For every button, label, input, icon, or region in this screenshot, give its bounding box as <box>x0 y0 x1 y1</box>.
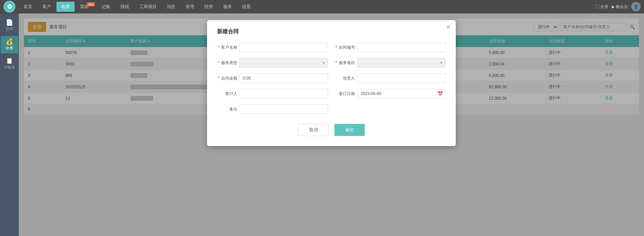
sidebar-label-contract: 合同 <box>6 27 13 32</box>
input-signer[interactable] <box>239 89 328 98</box>
form-row-3: * 合同金额 负责人 <box>217 74 446 83</box>
fee-icon: 💰 <box>6 39 13 45</box>
field-amount: * 合同金额 <box>217 74 328 83</box>
fullscreen-label: 全屏 <box>600 4 608 10</box>
contract-icon: 📄 <box>6 19 13 26</box>
top-nav-right: ⛶ 全屏 ▶ 畅会员 👤 <box>595 2 641 11</box>
nav-service[interactable]: 服务 <box>218 2 237 12</box>
input-contract-no[interactable] <box>357 43 446 52</box>
nav-industry[interactable]: 工商项目 <box>134 2 161 12</box>
sidebar: 📄 合同 💰 收费 📋 对账单 <box>0 13 19 236</box>
logo-icon: ✿ <box>3 1 15 13</box>
label-service-item: * 服务项目 <box>335 60 355 66</box>
top-navigation: ✿ 首页 客户 收费 票据 new 记账 报税 工商项目 消息 管理 经营 服务… <box>0 0 644 13</box>
form-row-4: 签订人 签订日期 📅 <box>217 89 446 98</box>
label-remark: 备注 <box>217 106 237 112</box>
label-signer: 签订人 <box>217 91 237 97</box>
select-service-type[interactable] <box>239 58 328 67</box>
label-responsible: 负责人 <box>335 76 355 81</box>
required-star-5: * <box>218 76 219 81</box>
new-contract-modal: ✕ 新建合同 * 客户名称 * 合同编号 <box>207 20 456 146</box>
required-star-3: * <box>218 60 219 65</box>
input-sign-date[interactable] <box>357 89 446 98</box>
sidebar-item-statement[interactable]: 📋 对账单 <box>1 55 18 73</box>
nav-settings[interactable]: 设置 <box>237 2 255 12</box>
sidebar-label-fee: 收费 <box>6 46 13 51</box>
field-service-type: * 服务类型 <box>217 58 328 67</box>
sidebar-item-contract[interactable]: 📄 合同 <box>1 17 18 34</box>
field-signer: 签订人 <box>217 89 328 98</box>
fullscreen-button[interactable]: ⛶ 全屏 <box>595 4 608 10</box>
field-remark: 备注 <box>217 104 328 114</box>
input-amount[interactable] <box>239 74 328 83</box>
nav-customer[interactable]: 客户 <box>38 2 56 12</box>
modal-overlay: ✕ 新建合同 * 客户名称 * 合同编号 <box>19 13 644 236</box>
nav-manage[interactable]: 管理 <box>181 2 199 12</box>
sidebar-label-statement: 对账单 <box>4 65 15 70</box>
member-button[interactable]: ▶ 畅会员 <box>612 4 628 10</box>
required-star: * <box>218 45 219 50</box>
label-contract-no: * 合同编号 <box>335 45 355 50</box>
field-sign-date: 签订日期 📅 <box>335 89 446 98</box>
cancel-button[interactable]: 取消 <box>298 124 329 136</box>
nav-items: 首页 客户 收费 票据 new 记账 报税 工商项目 消息 管理 经营 服务 设… <box>19 2 595 12</box>
main-layout: 📄 合同 💰 收费 📋 对账单 新增 服务项目 进行中 <box>0 13 644 236</box>
form-row-2: * 服务类型 * 服务项目 <box>217 58 446 67</box>
service-item-wrap <box>357 58 446 67</box>
nav-message[interactable]: 消息 <box>162 2 180 12</box>
required-star-2: * <box>335 45 337 50</box>
modal-close-button[interactable]: ✕ <box>446 24 450 31</box>
nav-fee[interactable]: 收费 <box>56 2 75 12</box>
content-area: 新增 服务项目 进行中 🔍 序号 合同编码⇅ 客户名称⇅ <box>19 13 644 236</box>
member-label: 畅会员 <box>616 4 628 10</box>
form-row-1: * 客户名称 * 合同编号 <box>217 43 446 52</box>
field-customer-name: * 客户名称 <box>217 43 328 52</box>
nav-operation[interactable]: 经营 <box>200 2 218 12</box>
field-service-item: * 服务项目 <box>335 58 446 67</box>
sidebar-item-fee[interactable]: 💰 收费 <box>1 36 18 53</box>
statement-icon: 📋 <box>6 58 13 64</box>
field-contract-no: * 合同编号 <box>335 43 446 52</box>
required-star-4: * <box>335 60 337 65</box>
input-responsible[interactable] <box>357 74 446 83</box>
nav-bookkeeping[interactable]: 记账 <box>97 2 115 12</box>
new-badge: new <box>87 2 95 6</box>
form-row-5: 备注 <box>217 104 446 114</box>
field-responsible: 负责人 <box>335 74 446 83</box>
label-sign-date: 签订日期 <box>335 91 355 97</box>
calendar-icon[interactable]: 📅 <box>437 91 443 96</box>
label-service-type: * 服务类型 <box>217 60 237 66</box>
confirm-button[interactable]: 确定 <box>334 124 365 136</box>
modal-title: 新建合同 <box>217 28 446 35</box>
date-wrap: 📅 <box>357 89 446 98</box>
service-type-wrap <box>239 58 328 67</box>
fullscreen-icon: ⛶ <box>595 4 599 9</box>
label-amount: * 合同金额 <box>217 76 237 81</box>
input-customer-name[interactable] <box>239 43 328 52</box>
avatar[interactable]: 👤 <box>631 2 641 11</box>
nav-home[interactable]: 首页 <box>19 2 37 12</box>
modal-footer: 取消 确定 <box>217 124 446 136</box>
nav-tax[interactable]: 报税 <box>116 2 134 12</box>
label-customer-name: * 客户名称 <box>217 45 237 50</box>
play-icon: ▶ <box>612 4 615 9</box>
nav-ticket[interactable]: 票据 new <box>75 2 96 12</box>
select-service-item[interactable] <box>357 58 446 67</box>
input-remark[interactable] <box>239 104 328 114</box>
